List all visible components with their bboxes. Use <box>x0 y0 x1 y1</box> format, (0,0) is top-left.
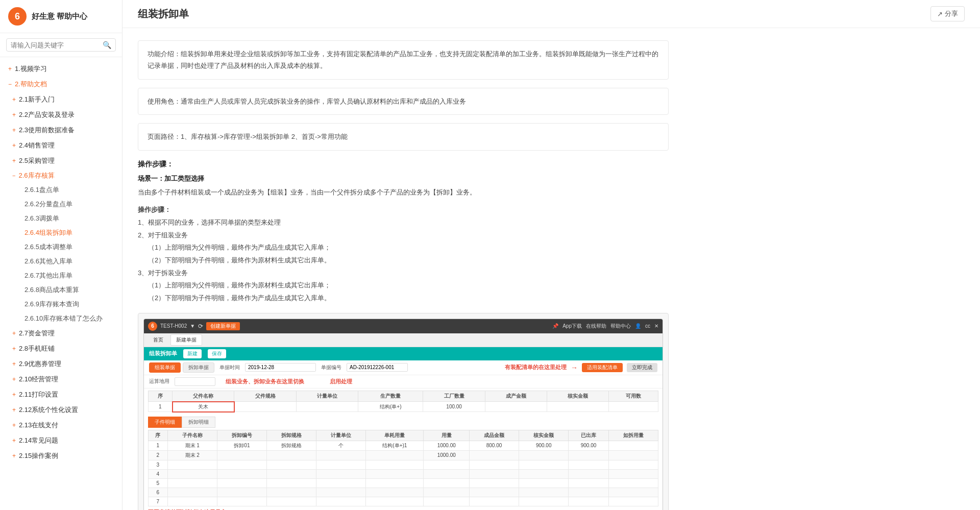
share-button[interactable]: ↗ 分享 <box>930 6 965 21</box>
nav-item-25[interactable]: + 2.5采购管理 <box>8 153 122 168</box>
annotation1-arrow: → <box>571 363 578 372</box>
nav-item-2610[interactable]: 2.6.10库存账本错了怎么办 <box>16 311 122 326</box>
lower-row-2: 2 期末 2 1000.00 <box>149 450 658 460</box>
lh-dis-qty: 如拆用量 <box>608 430 658 441</box>
nav-item-262[interactable]: 2.6.2分量盘点单 <box>16 197 122 211</box>
type-selector: 组装单据 拆卸单据 <box>149 362 214 373</box>
lower-row-3: 3 <box>149 460 658 469</box>
date-input[interactable] <box>245 363 316 372</box>
type-btn-disassembly[interactable]: 拆卸单据 <box>183 362 214 373</box>
scenario1-desc: 当由多个子件材料组装成一个成品的业务为【组装】业务，当由一个父件拆分成多个子产品… <box>138 186 669 199</box>
refresh-icon: ⟳ <box>198 323 203 330</box>
nav-group-docs: − 2.帮助文档 + 2.1新手入门 + 2.2产品安装及登录 + 2.3使用前… <box>0 77 122 464</box>
path-text: 页面路径：1、库存核算->库存管理->组装拆卸单 2、首页->常用功能 <box>148 133 348 140</box>
col-actual-amt: 核实金额 <box>547 391 609 402</box>
upper-table: 序 父件名称 父件规格 计量单位 生产数量 工厂数量 成产金额 核实金额 可用数 <box>148 391 658 412</box>
annotation2-text: 组装业务、拆卸业务在这里切换 <box>226 378 304 385</box>
step3-sub2: （2）下部明细为子件明细，最终作为产成品生成其它入库单。 <box>138 292 669 305</box>
inner-app: 6 TEST-H002 ▼ ⟳ 创建新单据 📌 App下载 在线帮助 帮助中心 … <box>143 319 663 510</box>
search-input[interactable] <box>11 41 103 49</box>
cell-avail <box>609 402 658 412</box>
search-box[interactable]: 🔍 <box>6 38 116 52</box>
type-btn-assembly[interactable]: 组装单据 <box>149 362 181 373</box>
sidebar: 6 好生意 帮助中心 🔍 + 1.视频学习 − 2.帮助文档 + <box>0 0 122 510</box>
nav-tree: + 1.视频学习 − 2.帮助文档 + 2.1新手入门 + 2.2产品安装及登录 <box>0 57 122 468</box>
apply-btn[interactable]: 适用装配清单 <box>582 363 623 372</box>
inner-logo: 6 <box>148 322 157 331</box>
nav-item-26[interactable]: − 2.6库存核算 <box>8 168 122 183</box>
nav-item-212[interactable]: + 2.12系统个性化设置 <box>8 402 122 418</box>
step3-sub1: （1）上部明细为父件明细，最终作为原材料生成其它出库单； <box>138 279 669 292</box>
screenshot-container: 6 TEST-H002 ▼ ⟳ 创建新单据 📌 App下载 在线帮助 帮助中心 … <box>138 313 669 510</box>
form-header-bar: 组装拆卸单 新建 保存 <box>144 347 663 360</box>
page-title: 组装拆卸单 <box>138 7 189 21</box>
nav-item-211[interactable]: + 2.11打印设置 <box>8 387 122 402</box>
nav-item-263[interactable]: 2.6.3调拨单 <box>16 211 122 226</box>
nav-item-265[interactable]: 2.6.5成本调整单 <box>16 240 122 254</box>
main-content: 组装拆卸单 ↗ 分享 功能介绍：组装拆卸单用来处理企业组装或拆卸等加工业务，支持… <box>122 0 980 510</box>
tab-home[interactable]: 首页 <box>148 335 168 345</box>
cell-spec <box>234 402 296 412</box>
nav-item-213[interactable]: + 2.13在线支付 <box>8 418 122 433</box>
nav-group-video: + 1.视频学习 <box>0 61 122 77</box>
nav-item-29[interactable]: + 2.9优惠券管理 <box>8 356 122 372</box>
nav-item-21[interactable]: + 2.1新手入门 <box>8 92 122 107</box>
search-button[interactable]: 🔍 <box>103 41 111 49</box>
lower-row-4: 4 <box>149 469 658 478</box>
upper-table-row-1: 1 关木 结构(单+) 100.00 <box>149 402 658 412</box>
form-btn-save[interactable]: 保存 <box>208 349 226 358</box>
close-icon[interactable]: ✕ <box>654 323 658 329</box>
sub-input[interactable] <box>175 377 215 386</box>
nav-item-22[interactable]: + 2.2产品安装及登录 <box>8 107 122 123</box>
form-btn-new[interactable]: 新建 <box>183 349 202 358</box>
nav-item-214[interactable]: + 2.14常见问题 <box>8 433 122 448</box>
col-parent-name: 父件名称 <box>173 391 234 402</box>
role-block: 使用角色：通常由生产人员或库管人员完成拆装业务的操作，库管人员确认原材料的出库和… <box>138 88 669 115</box>
nav-item-268[interactable]: 2.6.8商品成本重算 <box>16 283 122 297</box>
lower-table-section: 子件明细 拆卸明细 序 子件名称 拆卸编号 拆卸规格 计量单位 <box>144 415 663 510</box>
nav-item-261[interactable]: 2.6.1盘点单 <box>16 183 122 197</box>
lh-spec: 拆卸规格 <box>266 430 316 441</box>
online-help: 在线帮助 <box>586 323 606 330</box>
nav-group-video-header[interactable]: + 1.视频学习 <box>0 61 122 77</box>
nav-item-23[interactable]: + 2.3使用前数据准备 <box>8 123 122 138</box>
content-area: 功能介绍：组装拆卸单用来处理企业组装或拆卸等加工业务，支持有固定装配清单的产品加… <box>122 28 684 510</box>
logo-icon: 6 <box>8 7 27 26</box>
lh-prod-amt: 成品金额 <box>469 430 519 441</box>
titlebar-left: 6 TEST-H002 ▼ ⟳ 创建新单据 <box>148 322 240 331</box>
app-download: App下载 <box>562 323 582 330</box>
tab-disassembly-detail[interactable]: 拆卸明细 <box>182 417 215 428</box>
cell-unit <box>296 402 358 412</box>
titlebar-right: 📌 App下载 在线帮助 帮助中心 👤 cc ✕ <box>552 323 658 330</box>
nav-item-215[interactable]: + 2.15操作案例 <box>8 448 122 464</box>
tab-child-detail[interactable]: 子件明细 <box>148 417 182 428</box>
scenario1-title: 场景一：加工类型选择 <box>138 174 669 183</box>
num-input[interactable] <box>347 363 408 372</box>
nav-group-docs-header[interactable]: − 2.帮助文档 <box>0 77 122 92</box>
cell-prod-amt <box>485 402 547 412</box>
steps-title: 操作步骤： <box>138 160 669 169</box>
nav-item-28[interactable]: + 2.8手机旺铺 <box>8 341 122 356</box>
tab-new-doc[interactable]: 新建单据 <box>170 334 202 346</box>
nav-group-video-label: 1.视频学习 <box>15 64 47 74</box>
lower-row-7: 7 <box>149 497 658 506</box>
col-prod-amt: 成产金额 <box>485 391 547 402</box>
complete-btn[interactable]: 立即完成 <box>627 363 657 372</box>
inner-titlebar: 6 TEST-H002 ▼ ⟳ 创建新单据 📌 App下载 在线帮助 帮助中心 … <box>144 319 663 333</box>
lh-actual-amt: 核实金额 <box>519 430 569 441</box>
form-row-2: 运算地用 组装业务、拆卸业务在这里切换 启用处理 <box>144 375 663 388</box>
steps-subtitle: 操作步骤： <box>138 204 669 216</box>
col-factory-qty: 工厂数量 <box>423 391 485 402</box>
nav-item-267[interactable]: 2.6.7其他出库单 <box>16 269 122 283</box>
nav-item-264[interactable]: 2.6.4组装拆卸单 <box>16 226 122 240</box>
pin-icon: 📌 <box>552 323 558 329</box>
titlebar-new-btn[interactable]: 创建新单据 <box>206 322 240 330</box>
logo-text: 好生意 帮助中心 <box>32 12 87 21</box>
nav-item-24[interactable]: + 2.4销售管理 <box>8 138 122 153</box>
nav-item-210[interactable]: + 2.10经营管理 <box>8 372 122 387</box>
nav-item-266[interactable]: 2.6.6其他入库单 <box>16 254 122 269</box>
path-block: 页面路径：1、库存核算->库存管理->组装拆卸单 2、首页->常用功能 <box>138 123 669 150</box>
lh-out: 已出库 <box>569 430 609 441</box>
nav-item-27[interactable]: + 2.7资金管理 <box>8 326 122 341</box>
nav-item-269[interactable]: 2.6.9库存账本查询 <box>16 297 122 311</box>
